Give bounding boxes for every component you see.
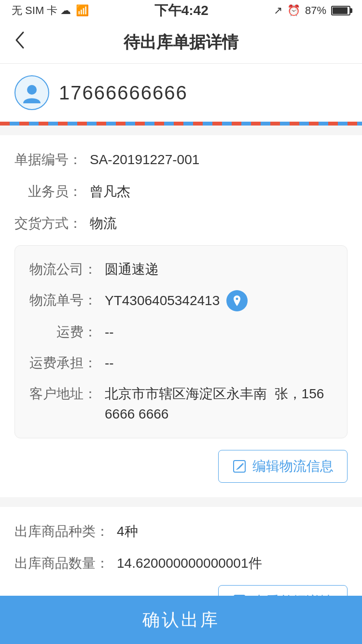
tracking-value: YT43064053424​13 (105, 290, 333, 311)
alarm-icon: ⏰ (287, 4, 300, 17)
avatar (14, 75, 49, 110)
product-qty-value: 14.620000000000001件 (117, 553, 348, 574)
logistics-company-value: 圆通速递 (105, 259, 333, 280)
back-button[interactable] (14, 30, 26, 54)
freight-bearer-value: -- (105, 353, 333, 373)
status-left: 无 SIM 卡 ☁ 📶 (12, 3, 89, 18)
status-bar: 无 SIM 卡 ☁ 📶 下午4:42 ↗ ⏰ 87% (0, 0, 362, 21)
freight-row: 运费： -- (29, 322, 333, 342)
page-title: 待出库单据详情 (124, 31, 238, 54)
address-row: 客户地址： 北京市市辖区海淀区永丰南 张，156 6666 6666 (29, 384, 333, 424)
salesman-value: 曾凡杰 (90, 182, 348, 202)
nav-bar: 待出库单据详情 (0, 21, 362, 64)
location-status-icon: ↗ (274, 4, 282, 17)
product-type-label: 出库商品种类： (14, 521, 109, 542)
edit-logistics-container: 编辑物流信息 (14, 450, 348, 483)
edit-icon (232, 459, 247, 474)
delivery-method-row: 交货方式： 物流 (14, 213, 348, 234)
wifi-icon: 📶 (76, 4, 89, 17)
delivery-method-label: 交货方式： (14, 213, 82, 234)
product-qty-label: 出库商品数量： (14, 553, 109, 574)
salesman-label: 业务员： (14, 182, 82, 202)
delivery-method-value: 物流 (90, 213, 348, 234)
confirm-button[interactable]: 确认出库 (0, 596, 362, 644)
status-right: ↗ ⏰ 87% (274, 4, 350, 17)
tracking-label: 物流单号： (29, 290, 97, 310)
svg-point-0 (27, 85, 37, 95)
product-type-value: 4种 (117, 521, 348, 542)
freight-label: 运费： (29, 322, 97, 342)
tracking-number-row: 物流单号： YT43064053424​13 (29, 290, 333, 311)
freight-bearer-row: 运费承担： -- (29, 353, 333, 373)
product-type-row: 出库商品种类： 4种 (14, 521, 348, 542)
section-divider (0, 497, 362, 507)
document-number-label: 单据编号： (14, 150, 82, 170)
edit-logistics-button[interactable]: 编辑物流信息 (218, 450, 348, 483)
freight-value: -- (105, 322, 333, 342)
logistics-company-row: 物流公司： 圆通速递 (29, 259, 333, 280)
user-header: 17666666666 (0, 64, 362, 122)
status-time: 下午4:42 (154, 1, 209, 20)
order-info-section: 单据编号： SA-20191227-001 业务员： 曾凡杰 交货方式： 物流 … (0, 135, 362, 497)
battery-icon (331, 6, 350, 15)
location-track-icon[interactable] (226, 290, 248, 311)
document-number-row: 单据编号： SA-20191227-001 (14, 150, 348, 170)
confirm-label: 确认出库 (142, 608, 220, 632)
address-value: 北京市市辖区海淀区永丰南 张，156 6666 6666 (105, 384, 333, 424)
user-phone: 17666666666 (59, 82, 188, 104)
sim-status: 无 SIM 卡 ☁ (12, 3, 71, 18)
document-number-value: SA-20191227-001 (90, 150, 348, 170)
edit-logistics-label: 编辑物流信息 (252, 457, 334, 476)
logistics-company-label: 物流公司： (29, 259, 97, 280)
decorative-dashed-line (0, 122, 362, 126)
salesman-row: 业务员： 曾凡杰 (14, 182, 348, 202)
freight-bearer-label: 运费承担： (29, 353, 97, 373)
battery-percentage: 87% (305, 4, 326, 17)
product-qty-row: 出库商品数量： 14.620000000000001件 (14, 553, 348, 574)
logistics-card: 物流公司： 圆通速递 物流单号： YT43064053424​13 运费： --… (14, 245, 348, 438)
address-label: 客户地址： (29, 384, 97, 404)
